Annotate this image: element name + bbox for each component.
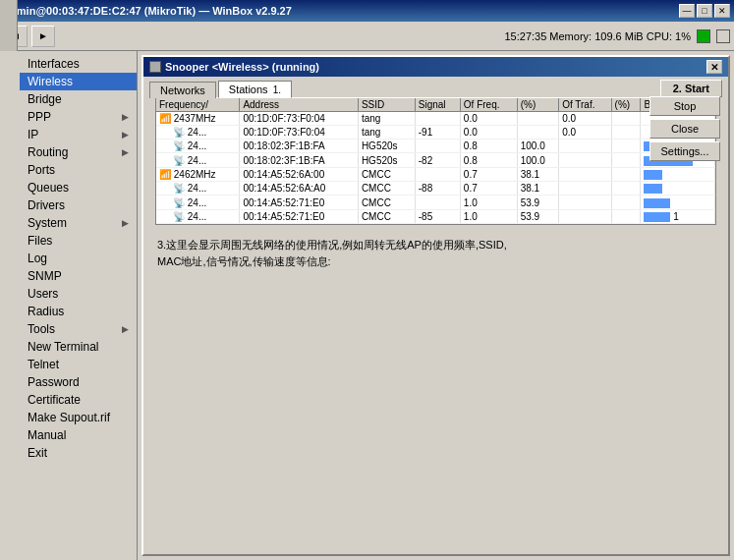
sidebar-item-ports[interactable]: Ports <box>20 161 137 179</box>
cell-ssid: CMCC <box>358 209 415 223</box>
table-header-row: Frequency/ Address SSID Signal Of Freq. … <box>156 98 715 112</box>
snooper-dialog: Snooper <Wireless> (running) ✕ Networks … <box>141 55 730 556</box>
sidebar-item-wireless[interactable]: Wireless <box>20 73 137 90</box>
tab-stations[interactable]: Stations 1. <box>218 81 292 98</box>
table-area: Frequency/ Address SSID Signal Of Freq. … <box>149 97 722 275</box>
cell-address: 00:14:A5:52:6A:A0 <box>240 182 359 196</box>
sidebar-item-users[interactable]: Users <box>20 285 137 303</box>
cell-signal <box>415 140 460 153</box>
cell-ssid: CMCC <box>358 167 415 181</box>
sidebar-item-make-supout[interactable]: Make Supout.rif <box>20 409 137 426</box>
sidebar-item-telnet[interactable]: Telnet <box>20 356 137 373</box>
sidebar-item-log[interactable]: Log <box>20 250 137 267</box>
cell-pct2 <box>611 126 641 140</box>
dialog-title-text: Snooper <Wireless> (running) <box>149 61 319 73</box>
ppp-arrow: ▶ <box>122 112 129 122</box>
tabs-row: Networks Stations 1. 2. Start <box>143 77 728 97</box>
table-row: 📡 24...00:14:A5:52:71:E0CMCC1.053.9 <box>156 196 715 209</box>
cell-of-traf <box>559 196 611 209</box>
table-row: 📡 24...00:14:A5:52:6A:A0CMCC-880.738.1 <box>156 182 715 196</box>
sidebar-item-queues[interactable]: Queues <box>20 179 137 196</box>
bar-fill <box>644 212 670 222</box>
sidebar-item-files[interactable]: Files <box>20 232 137 250</box>
table-row: 📡 24...00:14:A5:52:71:E0CMCC-851.053.9 1 <box>156 209 715 223</box>
maximize-button[interactable]: □ <box>697 4 712 18</box>
sidebar-item-new-terminal[interactable]: New Terminal <box>20 338 137 356</box>
sidebar-item-drivers[interactable]: Drivers <box>20 196 137 214</box>
cell-address: 00:1D:0F:73:F0:04 <box>240 126 359 140</box>
start-button-area: 2. Start <box>660 80 722 97</box>
close-window-button[interactable]: ✕ <box>714 4 730 18</box>
sidebar-item-password[interactable]: Password <box>20 373 137 391</box>
cell-frequency: 📡 24... <box>156 182 240 196</box>
sidebar-item-ppp[interactable]: PPP ▶ <box>20 108 137 126</box>
cell-frequency: 📡 24... <box>156 209 240 223</box>
sidebar-item-bridge[interactable]: Bridge <box>20 90 137 108</box>
status-text: 15:27:35 Memory: 109.6 MiB CPU: 1% <box>504 30 691 42</box>
cell-ban <box>641 182 715 196</box>
content-area: Snooper <Wireless> (running) ✕ Networks … <box>138 51 734 560</box>
table-row: 📶 2462MHz00:14:A5:52:6A:00CMCC0.738.1 <box>156 167 715 181</box>
cell-address: 00:14:A5:52:6A:00 <box>240 167 359 181</box>
wifi-icon: 📶 <box>159 169 171 180</box>
cell-address: 00:18:02:3F:1B:FA <box>240 140 359 153</box>
sidebar-item-snmp[interactable]: SNMP <box>20 267 137 285</box>
wifi-sub-icon: 📡 <box>159 211 185 222</box>
sidebar-item-certificate[interactable]: Certificate <box>20 391 137 409</box>
cell-of-traf <box>559 209 611 223</box>
sidebar-item-system[interactable]: System ▶ <box>20 214 137 232</box>
cell-of-traf <box>559 153 611 167</box>
network-indicator <box>716 29 730 43</box>
stations-table: Frequency/ Address SSID Signal Of Freq. … <box>156 98 715 224</box>
cell-ssid: CMCC <box>358 182 415 196</box>
wifi-sub-icon: 📡 <box>159 140 185 151</box>
cpu-indicator <box>697 29 710 43</box>
sidebar-item-tools[interactable]: Tools ▶ <box>20 320 137 338</box>
toolbar: ◄ ► 15:27:35 Memory: 109.6 MiB CPU: 1% <box>0 22 734 51</box>
forward-button[interactable]: ► <box>31 26 55 47</box>
cell-ssid: tang <box>358 126 415 140</box>
bar-fill <box>644 170 662 180</box>
cell-address: 00:18:02:3F:1B:FA <box>240 153 359 167</box>
cell-ssid: CMCC <box>358 196 415 209</box>
dialog-title-bar: Snooper <Wireless> (running) ✕ <box>143 57 728 77</box>
dialog-icon <box>149 61 161 73</box>
sidebar-item-manual[interactable]: Manual <box>20 426 137 444</box>
cell-of-freq: 0.8 <box>460 153 517 167</box>
cell-pct1: 100.0 <box>517 153 558 167</box>
close-button[interactable]: Close <box>649 119 720 139</box>
sidebar-item-radius[interactable]: Radius <box>20 303 137 320</box>
cell-ban <box>641 167 715 181</box>
wifi-sub-icon: 📡 <box>159 197 185 208</box>
side-buttons: Stop Close Settings... <box>649 96 720 161</box>
cell-pct1: 38.1 <box>517 182 558 196</box>
cell-address: 00:14:A5:52:71:E0 <box>240 196 359 209</box>
routing-arrow: ▶ <box>122 147 129 157</box>
cell-of-freq: 0.0 <box>460 112 517 126</box>
sidebar-item-routing[interactable]: Routing ▶ <box>20 143 137 161</box>
table-body: 📶 2437MHz00:1D:0F:73:F0:04tang0.00.0📡 24… <box>156 112 715 224</box>
col-pct2: (%) <box>611 98 641 112</box>
ip-arrow: ▶ <box>122 130 129 140</box>
cell-of-freq: 0.0 <box>460 126 517 140</box>
cell-pct1: 53.9 <box>517 209 558 223</box>
stop-button[interactable]: Stop <box>649 96 720 116</box>
start-button[interactable]: 2. Start <box>660 80 722 97</box>
col-of-freq: Of Freq. <box>460 98 517 112</box>
tab-networks[interactable]: Networks <box>149 82 216 98</box>
status-bar: 15:27:35 Memory: 109.6 MiB CPU: 1% <box>504 29 730 43</box>
sidebar-item-interfaces[interactable]: Interfaces <box>20 55 137 73</box>
wifi-sub-icon: 📡 <box>159 127 185 138</box>
cell-of-freq: 0.8 <box>460 140 517 153</box>
cell-ssid: HG520s <box>358 140 415 153</box>
cell-signal <box>415 167 460 181</box>
dialog-close-button[interactable]: ✕ <box>706 60 722 74</box>
bar-fill <box>644 184 662 194</box>
cell-pct2 <box>611 153 641 167</box>
cell-pct1: 53.9 <box>517 196 558 209</box>
sidebar-item-exit[interactable]: Exit <box>20 444 137 462</box>
minimize-button[interactable]: — <box>679 4 695 18</box>
settings-button[interactable]: Settings... <box>649 141 720 161</box>
sidebar-item-ip[interactable]: IP ▶ <box>20 126 137 143</box>
bar-fill <box>644 198 670 208</box>
